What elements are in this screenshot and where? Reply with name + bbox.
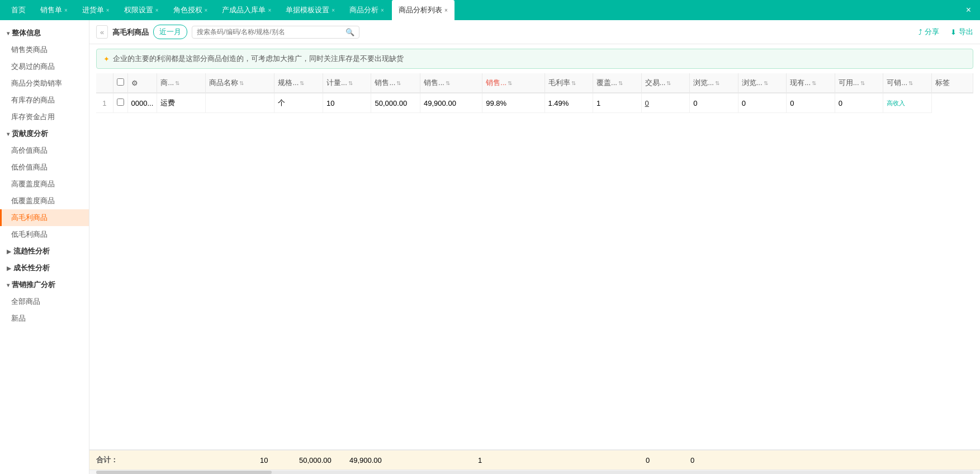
sidebar-section-marketing[interactable]: ▾ 营销推广分析 bbox=[0, 276, 89, 293]
select-all-checkbox[interactable] bbox=[117, 78, 124, 86]
sidebar-item-sales-goods[interactable]: 销售类商品 bbox=[0, 41, 89, 58]
sidebar-item-low-coverage[interactable]: 低覆盖度商品 bbox=[0, 193, 89, 209]
sidebar-item-low-margin[interactable]: 低毛利商品 bbox=[0, 226, 89, 243]
col-gross-margin[interactable]: 毛利率 ⇅ bbox=[545, 73, 593, 93]
sort-icon: ⇅ bbox=[715, 80, 719, 86]
footer-sale-amount: 50,000.00 bbox=[299, 456, 349, 464]
sidebar-section-flow[interactable]: ▶ 流趋性分析 bbox=[0, 243, 89, 260]
sidebar-item-stocked-goods[interactable]: 有库存的商品 bbox=[0, 92, 89, 109]
sidebar: ▾ 整体信息 销售类商品 交易过的商品 商品分类助销率 有库存的商品 库存资金占… bbox=[0, 20, 89, 474]
col-view2[interactable]: 浏览... ⇅ bbox=[738, 73, 787, 93]
col-sale-cost[interactable]: 销售... ⇅ bbox=[482, 73, 545, 93]
content-header: « 高毛利商品 近一月 🔍 ⤴ 分享 ⬇ 导出 bbox=[89, 20, 980, 44]
row-checkbox[interactable] bbox=[117, 98, 124, 106]
sidebar-section-growth[interactable]: ▶ 成长性分析 bbox=[0, 260, 89, 276]
sidebar-item-new-goods[interactable]: 新品 bbox=[0, 310, 89, 327]
row-coverage-cell: 1.49% bbox=[545, 93, 593, 113]
col-coverage[interactable]: 覆盖... ⇅ bbox=[593, 73, 642, 93]
export-button[interactable]: ⬇ 导出 bbox=[950, 27, 973, 37]
scrollbar-thumb[interactable] bbox=[96, 471, 272, 474]
row-sellable-cell: 0 bbox=[835, 93, 883, 113]
share-icon: ⤴ bbox=[919, 28, 922, 36]
nav-tab-analysis-list[interactable]: 商品分析列表 × bbox=[392, 0, 455, 20]
col-transaction[interactable]: 交易... ⇅ bbox=[641, 73, 690, 93]
sort-icon: ⇅ bbox=[812, 80, 816, 86]
sidebar-section-overall[interactable]: ▾ 整体信息 bbox=[0, 25, 89, 41]
col-spec[interactable]: 规格... ⇅ bbox=[274, 73, 323, 93]
footer-total-row: 合计： 10 50,000.00 49,900.00 1 0 0 bbox=[89, 449, 980, 470]
close-icon[interactable]: × bbox=[205, 7, 208, 13]
row-available-cell: 0 bbox=[787, 93, 835, 113]
col-sale-qty[interactable]: 销售... ⇅ bbox=[371, 73, 420, 93]
info-bar: ✦ 企业的主要的利润都是这部分商品创造的，可考虑加大推广，同时关注库存是不要出现… bbox=[96, 49, 973, 69]
footer-sale-qty: 10 bbox=[260, 456, 299, 464]
col-name[interactable]: 商品名称 ⇅ bbox=[205, 73, 274, 93]
close-icon[interactable]: × bbox=[64, 7, 68, 13]
col-available[interactable]: 可用... ⇅ bbox=[835, 73, 883, 93]
col-unit[interactable]: 计量... ⇅ bbox=[323, 73, 371, 93]
sidebar-item-high-coverage[interactable]: 高覆盖度商品 bbox=[0, 176, 89, 193]
search-icon[interactable]: 🔍 bbox=[345, 28, 354, 36]
search-input[interactable] bbox=[197, 28, 343, 36]
scrollbar-track bbox=[96, 471, 973, 474]
collapse-sidebar-button[interactable]: « bbox=[96, 25, 108, 39]
row-view1-cell[interactable]: 0 bbox=[641, 93, 690, 113]
nav-tab-purchase[interactable]: 进货单 × bbox=[75, 0, 116, 20]
nav-tab-product-in[interactable]: 产成品入库单 × bbox=[215, 0, 278, 20]
nav-tab-role[interactable]: 角色授权 × bbox=[167, 0, 215, 20]
sidebar-item-category-rate[interactable]: 商品分类助销率 bbox=[0, 75, 89, 92]
table-row: 1 0000... 运费 个 10 50,000.00 49,900.00 99… bbox=[96, 93, 973, 113]
sort-icon: ⇅ bbox=[618, 80, 623, 86]
col-sellable[interactable]: 可销... ⇅ bbox=[883, 73, 932, 93]
nav-tab-sales[interactable]: 销售单 × bbox=[34, 0, 74, 20]
search-box: 🔍 bbox=[192, 26, 359, 39]
data-table: ⚙ 商... ⇅ 商品名称 ⇅ bbox=[96, 73, 973, 113]
sidebar-item-low-value[interactable]: 低价值商品 bbox=[0, 159, 89, 176]
info-icon: ✦ bbox=[103, 55, 110, 63]
share-button[interactable]: ⤴ 分享 bbox=[919, 27, 939, 37]
nav-tab-analysis[interactable]: 商品分析 × bbox=[343, 0, 391, 20]
col-check[interactable] bbox=[113, 73, 127, 93]
col-code[interactable]: 商... ⇅ bbox=[157, 73, 206, 93]
sidebar-section-contribution[interactable]: ▾ 贡献度分析 bbox=[0, 125, 89, 142]
footer-current-stock: 0 bbox=[646, 456, 690, 464]
filter-period-button[interactable]: 近一月 bbox=[153, 25, 187, 39]
row-checkbox-cell[interactable] bbox=[113, 93, 127, 113]
nav-tab-template[interactable]: 单据模板设置 × bbox=[279, 0, 342, 20]
footer-transaction: 1 bbox=[478, 456, 517, 464]
chevron-down-icon: ▾ bbox=[7, 282, 10, 288]
chevron-right-icon: ▶ bbox=[7, 265, 11, 271]
close-icon[interactable]: × bbox=[106, 7, 110, 13]
export-icon: ⬇ bbox=[950, 28, 957, 36]
close-icon[interactable]: × bbox=[444, 7, 448, 13]
col-current-stock[interactable]: 现有... ⇅ bbox=[787, 73, 835, 93]
sidebar-item-all-goods[interactable]: 全部商品 bbox=[0, 293, 89, 310]
sort-icon: ⇅ bbox=[860, 80, 865, 86]
col-tag: 标签 bbox=[931, 73, 973, 93]
horizontal-scrollbar[interactable] bbox=[89, 470, 980, 474]
window-close-button[interactable]: × bbox=[962, 5, 976, 15]
sidebar-item-high-margin[interactable]: 高毛利商品 bbox=[0, 209, 89, 226]
nav-tab-home[interactable]: 首页 bbox=[4, 0, 32, 20]
row-unit-cell: 个 bbox=[274, 93, 323, 113]
sidebar-item-stock-capital[interactable]: 库存资金占用 bbox=[0, 109, 89, 125]
sort-icon: ⇅ bbox=[300, 80, 304, 86]
close-icon[interactable]: × bbox=[155, 7, 159, 13]
page-title: 高毛利商品 bbox=[112, 27, 149, 37]
main-layout: ▾ 整体信息 销售类商品 交易过的商品 商品分类助销率 有库存的商品 库存资金占… bbox=[0, 20, 980, 474]
footer-available: 0 bbox=[690, 456, 735, 464]
close-icon[interactable]: × bbox=[332, 7, 335, 13]
chevron-right-icon: ▶ bbox=[7, 248, 11, 255]
chevron-down-icon: ▾ bbox=[7, 30, 10, 36]
sort-icon: ⇅ bbox=[571, 80, 576, 86]
sidebar-item-traded-goods[interactable]: 交易过的商品 bbox=[0, 58, 89, 75]
close-icon[interactable]: × bbox=[381, 7, 384, 13]
nav-tab-permission[interactable]: 权限设置 × bbox=[117, 0, 165, 20]
sort-icon: ⇅ bbox=[908, 80, 913, 86]
close-icon[interactable]: × bbox=[268, 7, 271, 13]
col-view1[interactable]: 浏览... ⇅ bbox=[690, 73, 738, 93]
top-nav: 首页 销售单 × 进货单 × 权限设置 × 角色授权 × 产成品入库单 × 单据… bbox=[0, 0, 980, 20]
sidebar-item-high-value[interactable]: 高价值商品 bbox=[0, 142, 89, 159]
col-setting[interactable]: ⚙ bbox=[127, 73, 157, 93]
col-sale-amount[interactable]: 销售... ⇅ bbox=[420, 73, 482, 93]
